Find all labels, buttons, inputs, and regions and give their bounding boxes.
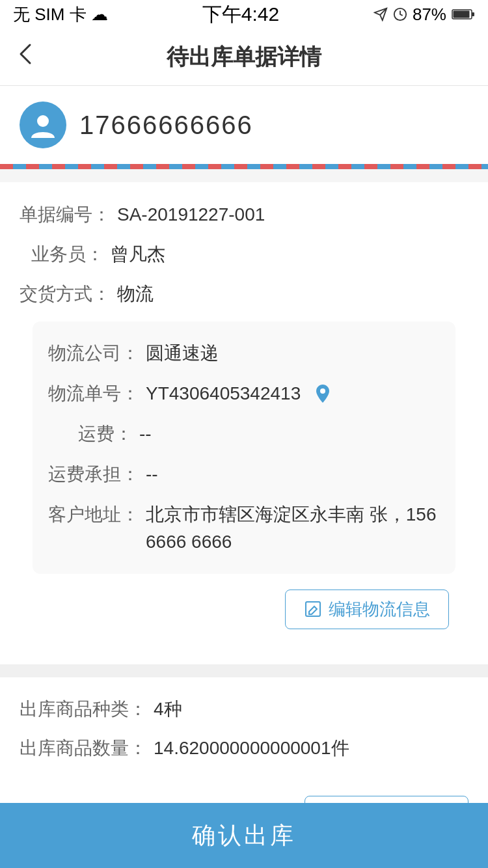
freight-row: 运费： --	[48, 420, 440, 448]
edit-icon	[304, 600, 322, 618]
logistics-company-row: 物流公司： 圆通速递	[48, 340, 440, 367]
edit-logistics-button[interactable]: 编辑物流信息	[285, 590, 449, 629]
edit-logistics-label: 编辑物流信息	[329, 598, 430, 621]
customer-avatar	[20, 102, 66, 148]
freight-bear-row: 运费承担： --	[48, 461, 440, 488]
logistics-tracking-value: YT43064053424​13	[146, 380, 440, 407]
svg-rect-4	[472, 12, 474, 16]
nav-bar: 待出库单据详情	[0, 29, 488, 86]
confirm-button[interactable]: 确认出库	[0, 803, 488, 868]
salesman-value: 曾凡杰	[111, 241, 468, 267]
page-title: 待出库单据详情	[167, 42, 321, 72]
tracking-location-icon[interactable]	[311, 382, 334, 405]
clock-status-icon	[393, 7, 407, 21]
freight-bear-value: --	[146, 461, 440, 488]
status-bar: 无 SIM 卡 ☁ 下午4:42 87%	[0, 0, 488, 29]
goods-section: 出库商品种类： 4种 出库商品数量： 14.620000000000001件	[0, 677, 488, 780]
salesman-row: 业务员： 曾凡杰	[20, 241, 468, 267]
freight-bear-label: 运费承担：	[48, 461, 139, 488]
freight-label: 运费：	[48, 420, 133, 448]
svg-rect-9	[306, 602, 320, 616]
delivery-value: 物流	[117, 281, 468, 306]
order-info-section: 单据编号： SA-20191227-001 业务员： 曾凡杰 交货方式： 物流 …	[0, 182, 488, 664]
goods-types-value: 4种	[154, 697, 182, 722]
goods-quantity-label: 出库商品数量：	[20, 736, 147, 761]
order-no-row: 单据编号： SA-20191227-001	[20, 202, 468, 227]
logistics-tracking-label: 物流单号：	[48, 380, 139, 407]
svg-point-8	[320, 388, 325, 394]
logistics-tracking-row: 物流单号： YT43064053424​13	[48, 380, 440, 407]
logistics-company-label: 物流公司：	[48, 340, 139, 367]
address-value: 北京市市辖区海淀区永丰南 张，156 6666 6666	[146, 501, 440, 556]
svg-point-6	[37, 115, 49, 127]
battery-icon	[452, 8, 475, 21]
customer-phone: 17666666666	[79, 111, 253, 140]
salesman-label: 业务员：	[20, 241, 104, 267]
order-no-value: SA-20191227-001	[117, 202, 468, 227]
status-bar-right: 87%	[373, 5, 475, 25]
goods-types-label: 出库商品种类：	[20, 697, 147, 722]
back-button[interactable]	[18, 42, 33, 72]
goods-quantity-value: 14.620000000000001件	[154, 736, 349, 761]
location-status-icon	[373, 7, 388, 21]
status-bar-left: 无 SIM 卡 ☁	[13, 3, 108, 26]
battery-text: 87%	[413, 5, 446, 25]
customer-section: 17666666666	[0, 86, 488, 164]
order-no-label: 单据编号：	[20, 202, 111, 227]
address-row: 客户地址： 北京市市辖区海淀区永丰南 张，156 6666 6666	[48, 501, 440, 556]
svg-rect-5	[454, 11, 470, 18]
dashed-divider	[0, 164, 488, 169]
edit-btn-row: 编辑物流信息	[20, 574, 468, 645]
freight-value: --	[139, 420, 440, 448]
logistics-company-value: 圆通速递	[146, 340, 440, 367]
sim-status: 无 SIM 卡 ☁	[13, 3, 108, 26]
delivery-label: 交货方式：	[20, 281, 111, 306]
person-icon	[29, 111, 57, 139]
logistics-card: 物流公司： 圆通速递 物流单号： YT43064053424​13	[33, 321, 455, 574]
gray-divider	[0, 664, 488, 677]
tracking-number: YT43064053424​13	[146, 380, 301, 407]
goods-types-row: 出库商品种类： 4种	[20, 697, 468, 722]
confirm-button-label: 确认出库	[192, 820, 296, 852]
address-label: 客户地址：	[48, 501, 139, 528]
status-bar-time: 下午4:42	[202, 1, 279, 28]
goods-quantity-row: 出库商品数量： 14.620000000000001件	[20, 736, 468, 761]
delivery-row: 交货方式： 物流	[20, 281, 468, 306]
